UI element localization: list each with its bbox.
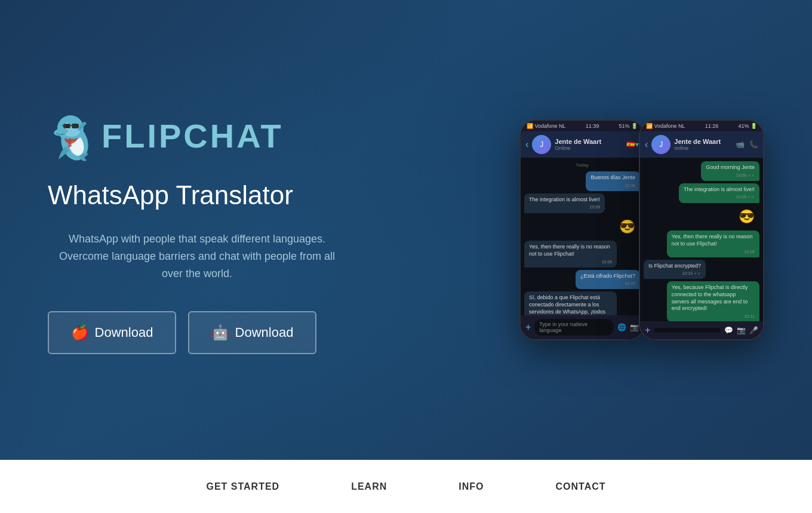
header-icons-right: 📹 📞 xyxy=(736,140,758,149)
left-content: FLIPCHAT WhatsApp Translator WhatsApp wi… xyxy=(48,106,346,354)
input-field-right[interactable] xyxy=(654,328,721,333)
flag-icon: 🇪🇸▾ xyxy=(626,140,639,149)
camera-icon-right: 📷 xyxy=(737,326,746,334)
contact-status-left: Online xyxy=(555,145,623,151)
header-icons-left: 🇪🇸▾ xyxy=(626,140,639,149)
phone-mockups: 📶 Vodafone NL 11:39 51% 🔋 ‹ J Jente de W… xyxy=(513,119,764,340)
contact-name-left: Jente de Waart xyxy=(555,138,623,145)
back-arrow-left[interactable]: ‹ xyxy=(525,139,528,150)
avatar-right: J xyxy=(651,135,670,154)
plus-icon-left[interactable]: + xyxy=(525,322,531,333)
time-right: 11:26 xyxy=(705,123,719,129)
android-download-button[interactable]: 🤖 Download xyxy=(188,311,316,354)
time-left: 11:39 xyxy=(586,123,599,129)
input-field-left[interactable]: Type in your natieve language xyxy=(534,319,614,336)
contact-status-right: online xyxy=(674,145,732,151)
back-arrow-right[interactable]: ‹ xyxy=(645,139,648,150)
call-icon-right[interactable]: 📞 xyxy=(749,140,758,149)
dolphin-mascot xyxy=(48,106,102,165)
camera-icon-left: 📷 xyxy=(630,323,639,331)
nav-get-started[interactable]: GET STARTED xyxy=(206,481,279,492)
tagline: WhatsApp Translator xyxy=(48,180,346,211)
download-buttons: 🍎 Download 🤖 Download xyxy=(48,311,346,354)
msg-2-right: The integration is almost live!! 10:08 ✓… xyxy=(679,183,759,203)
android-download-label: Download xyxy=(235,325,294,340)
nav-learn[interactable]: LEARN xyxy=(351,481,387,492)
msg-4-right: Yes, then there really is no reason not … xyxy=(667,231,759,257)
input-icons-left: 🌐 📷 xyxy=(617,323,639,331)
chat-info-left: Jente de Waart Online xyxy=(555,138,623,151)
nav-contact[interactable]: CONTACT xyxy=(556,481,606,492)
msg-5-right: Is Flipchat encrypted? 10:10 ✓✓ xyxy=(644,260,706,279)
video-icon-right[interactable]: 📹 xyxy=(736,140,745,149)
android-icon: 🤖 xyxy=(211,324,229,341)
phone-left-header: ‹ J Jente de Waart Online 🇪🇸▾ xyxy=(521,131,644,158)
nav-info[interactable]: INFO xyxy=(459,481,484,492)
battery-right: 41% 🔋 xyxy=(738,123,757,129)
mic-icon-right: 🎤 xyxy=(749,326,758,334)
phone-right: 📶 Vodafone NL 11:26 41% 🔋 ‹ J Jente de W… xyxy=(639,119,764,340)
phone-left-screen: 📶 Vodafone NL 11:39 51% 🔋 ‹ J Jente de W… xyxy=(521,121,644,339)
phone-right-input-bar: + 💬 📷 🎤 xyxy=(640,321,763,339)
date-label-left: Today xyxy=(524,162,640,168)
phone-left-status: 📶 Vodafone NL 11:39 51% 🔋 xyxy=(521,121,644,131)
msg-2-left: The integration is almost live!! 10:08 xyxy=(524,193,605,213)
carrier-left: 📶 Vodafone NL xyxy=(527,123,566,129)
apple-icon: 🍎 xyxy=(71,324,89,341)
phone-right-status: 📶 Vodafone NL 11:26 41% 🔋 xyxy=(640,121,763,131)
footer-nav: GET STARTED LEARN INFO CONTACT xyxy=(0,460,812,513)
translate-icon-left: 🌐 xyxy=(617,323,626,331)
logo-text: FLIPCHAT xyxy=(102,116,284,155)
phone-container: 📶 Vodafone NL 11:39 51% 🔋 ‹ J Jente de W… xyxy=(513,119,764,340)
phone-left: 📶 Vodafone NL 11:39 51% 🔋 ‹ J Jente de W… xyxy=(519,119,645,340)
ios-download-label: Download xyxy=(95,325,153,340)
contact-name-right: Jente de Waart xyxy=(674,138,732,145)
svg-rect-8 xyxy=(63,124,70,128)
chat-messages-left: Today Buenos días Jente 10:08 The integr… xyxy=(521,158,644,315)
msg-3-right: 😎 xyxy=(734,205,759,229)
msg-1-left: Buenos días Jente 10:08 xyxy=(586,171,640,191)
description: WhatsApp with people that speak differen… xyxy=(48,231,346,282)
phone-right-header: ‹ J Jente de Waart online 📹 📞 xyxy=(640,131,763,158)
msg-5-left: ¿Está cifrado Flipchat? 10:10 xyxy=(576,270,640,290)
emoji-icon-right: 💬 xyxy=(724,326,733,334)
plus-icon-right[interactable]: + xyxy=(645,325,650,336)
carrier-right: 📶 Vodafone NL xyxy=(646,123,685,129)
avatar-left: J xyxy=(532,135,551,154)
chat-messages-right: Good morning Jente 10:08 ✓✓ The integrat… xyxy=(640,158,763,321)
chat-info-right: Jente de Waart online xyxy=(674,138,732,151)
input-icons-right: 💬 📷 🎤 xyxy=(724,326,758,334)
msg-1-right: Good morning Jente 10:08 ✓✓ xyxy=(701,161,759,181)
svg-rect-9 xyxy=(72,124,79,128)
phone-left-input-bar: + Type in your natieve language 🌐 📷 xyxy=(521,315,644,339)
msg-4-left: Yes, then there really is no reason not … xyxy=(524,241,617,267)
battery-left: 51% 🔋 xyxy=(619,123,638,129)
logo-container: FLIPCHAT xyxy=(48,106,346,165)
msg-6-left: Sí, debido a que Flipchat está conectado… xyxy=(524,291,617,315)
phone-right-screen: 📶 Vodafone NL 11:26 41% 🔋 ‹ J Jente de W… xyxy=(640,121,763,339)
hero-section: FLIPCHAT WhatsApp Translator WhatsApp wi… xyxy=(0,0,812,460)
ios-download-button[interactable]: 🍎 Download xyxy=(48,311,176,354)
msg-6-right: Yes, because Flipchat is directly connec… xyxy=(667,281,759,321)
msg-3-left: 😎 xyxy=(614,216,640,239)
